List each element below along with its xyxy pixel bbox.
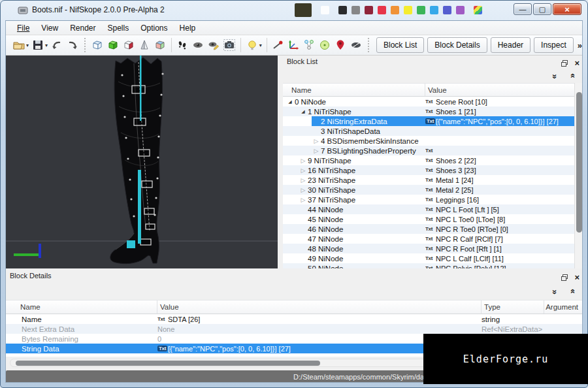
table-row-selected[interactable]: 2 NiStringExtraDataTxt[{"name":"NPC","po… bbox=[283, 116, 574, 126]
scrollbar-thumb[interactable] bbox=[576, 92, 582, 233]
view-side-button[interactable] bbox=[121, 37, 137, 54]
block-list-toggle-button[interactable]: Block List bbox=[376, 37, 424, 53]
highlight-edit-button[interactable] bbox=[206, 37, 221, 54]
expander-closed-icon[interactable]: ▷ bbox=[299, 156, 308, 165]
column-header-type[interactable]: Type bbox=[482, 300, 544, 314]
block-name: 0 NiNode bbox=[295, 98, 425, 106]
table-row[interactable]: NameTxtSDTA [26]string bbox=[6, 314, 583, 324]
menu-help[interactable]: Help bbox=[174, 22, 202, 34]
menu-spells[interactable]: Spells bbox=[102, 22, 135, 34]
boot-model bbox=[110, 57, 164, 264]
show-hidden-button[interactable] bbox=[190, 37, 206, 54]
redo-button[interactable] bbox=[65, 37, 80, 54]
transform-axes-button[interactable] bbox=[286, 37, 301, 54]
block-value: [{"name":"NPC","pos":[0, 0, 6.10]}] [27] bbox=[436, 118, 559, 125]
table-row[interactable]: 45 NiNodeTxtNPC L Toe0 [LToe] [8] bbox=[283, 214, 574, 224]
position-marker-button[interactable] bbox=[333, 37, 348, 54]
table-row[interactable]: ▷7 BSLightingShaderPropertyTxt bbox=[283, 146, 574, 155]
column-header-argument[interactable]: Argument bbox=[544, 300, 583, 314]
expander-open-icon[interactable]: ◢ bbox=[299, 107, 308, 116]
txt-badge-icon: Txt bbox=[425, 255, 436, 261]
toolbar-overflow-chevron[interactable]: » bbox=[578, 40, 582, 50]
block-details-toggle-button[interactable]: Block Details bbox=[427, 37, 487, 53]
menu-render[interactable]: Render bbox=[64, 22, 101, 34]
table-row[interactable]: ◢0 NiNodeTxtScene Root [10] bbox=[283, 97, 574, 106]
expander-closed-icon[interactable]: ▷ bbox=[312, 146, 321, 155]
lightbulb-icon bbox=[246, 39, 259, 52]
lighting-button[interactable]: ▾ bbox=[244, 37, 263, 54]
view-top-button[interactable] bbox=[90, 37, 105, 54]
table-row[interactable]: 48 NiNodeTxtNPC R Foot [Rft ] [1] bbox=[283, 244, 574, 253]
table-row[interactable]: Next Extra DataNoneRef<NiExtraData> bbox=[6, 324, 583, 334]
expander-closed-icon[interactable]: ▷ bbox=[299, 186, 308, 195]
titlebar[interactable]: Boots.nif - NifSkope 2.0.0 Pre-Alpha 2 —… bbox=[1, 1, 587, 20]
walk-mode-button[interactable] bbox=[174, 37, 190, 54]
menu-file[interactable]: File bbox=[11, 22, 35, 34]
table-row[interactable]: 49 NiNodeTxtNPC L Calf [LClf] [11] bbox=[283, 253, 574, 263]
table-row[interactable]: ▷30 NiTriShapeTxtMetal 2 [25] bbox=[283, 185, 574, 195]
close-panel-icon[interactable]: × bbox=[574, 274, 580, 281]
eye-pencil-icon bbox=[207, 39, 220, 52]
block-name: 30 NiTriShape bbox=[308, 186, 425, 194]
table-row[interactable]: 47 NiNodeTxtNPC R Calf [RClf] [7] bbox=[283, 234, 574, 244]
close-panel-icon[interactable]: × bbox=[574, 60, 580, 67]
screenshot-button[interactable] bbox=[221, 37, 237, 54]
save-button[interactable]: ▾ bbox=[30, 37, 49, 54]
table-row[interactable]: 50 NiNodeTxtNPC Pelvis [Pelv] [12] bbox=[283, 263, 574, 268]
expander-closed-icon[interactable]: ▷ bbox=[312, 137, 321, 146]
maximize-button[interactable]: ▢ bbox=[533, 3, 551, 15]
block-name: 45 NiNode bbox=[308, 216, 425, 223]
close-button[interactable]: × bbox=[553, 3, 581, 15]
txt-badge-icon: Txt bbox=[425, 187, 436, 193]
block-value: NPC R Calf [RClf] [7] bbox=[436, 235, 503, 243]
column-header-value[interactable]: Value bbox=[425, 84, 583, 96]
background-color-palette bbox=[295, 3, 482, 17]
float-panel-icon[interactable] bbox=[561, 272, 568, 283]
expand-all-button[interactable]: » bbox=[548, 70, 561, 82]
block-name: 9 NiTriShape bbox=[308, 157, 425, 165]
menu-options[interactable]: Options bbox=[135, 22, 173, 34]
menu-view[interactable]: View bbox=[35, 22, 64, 34]
block-name: 7 BSLightingShaderProperty bbox=[321, 147, 425, 155]
collapse-all-button[interactable]: » bbox=[565, 285, 578, 297]
table-row[interactable]: 46 NiNodeTxtNPC R Toe0 [RToe] [0] bbox=[283, 224, 574, 234]
viewport-3d[interactable] bbox=[6, 56, 278, 268]
perspective-view-button[interactable] bbox=[152, 37, 168, 54]
table-row[interactable]: 3 NiTriShapeData bbox=[283, 126, 574, 136]
inspect-toggle-button[interactable]: Inspect bbox=[534, 37, 574, 53]
table-row[interactable]: ▷23 NiTriShapeTxtMetal 1 [24] bbox=[283, 175, 574, 185]
undo-button[interactable] bbox=[49, 37, 65, 54]
node-graph-button[interactable] bbox=[301, 37, 317, 54]
expand-all-button[interactable]: » bbox=[548, 285, 561, 297]
flip-normals-button[interactable] bbox=[137, 37, 152, 54]
column-header-name[interactable]: Name bbox=[283, 84, 425, 96]
open-button[interactable]: ▾ bbox=[11, 37, 30, 54]
column-header-value[interactable]: Value bbox=[157, 300, 482, 314]
minimize-button[interactable]: — bbox=[514, 3, 532, 15]
txt-badge-icon: Txt bbox=[425, 236, 436, 242]
column-header-name[interactable]: Name bbox=[6, 300, 157, 314]
collapse-all-button[interactable]: » bbox=[565, 70, 578, 82]
table-row[interactable]: ▷4 BSDismemberSkinInstance bbox=[283, 136, 574, 146]
bounds-sphere-button[interactable] bbox=[317, 37, 333, 54]
vertex-select-button[interactable] bbox=[270, 37, 286, 54]
block-value: NPC Pelvis [Pelv] [12] bbox=[436, 265, 506, 269]
expander-closed-icon[interactable]: ▷ bbox=[299, 176, 308, 185]
table-row[interactable]: ▷16 NiTriShapeTxtShoes 3 [23] bbox=[283, 165, 574, 175]
table-row[interactable]: ▷9 NiTriShapeTxtShoes 2 [22] bbox=[283, 155, 574, 165]
vertical-scrollbar[interactable] bbox=[574, 83, 583, 268]
expander-closed-icon[interactable]: ▷ bbox=[299, 166, 308, 175]
double-chevron-down-icon: » bbox=[549, 74, 559, 78]
block-value: NPC L Foot [Lft ] [5] bbox=[436, 206, 499, 214]
scrollbar-thumb[interactable] bbox=[16, 361, 320, 366]
view-front-button[interactable] bbox=[105, 37, 121, 54]
header-toggle-button[interactable]: Header bbox=[491, 37, 531, 53]
float-panel-icon[interactable] bbox=[561, 57, 568, 69]
table-row[interactable]: ▷37 NiTriShapeTxtLeggings [16] bbox=[283, 195, 574, 204]
expander-closed-icon[interactable]: ▷ bbox=[299, 195, 308, 204]
block-name: 2 NiStringExtraData bbox=[321, 118, 425, 125]
table-row[interactable]: 44 NiNodeTxtNPC L Foot [Lft ] [5] bbox=[283, 204, 574, 214]
expander-open-icon[interactable]: ◢ bbox=[286, 97, 295, 106]
hide-nodes-button[interactable] bbox=[348, 37, 364, 54]
table-row[interactable]: ◢1 NiTriShapeTxtShoes 1 [21] bbox=[283, 106, 574, 116]
